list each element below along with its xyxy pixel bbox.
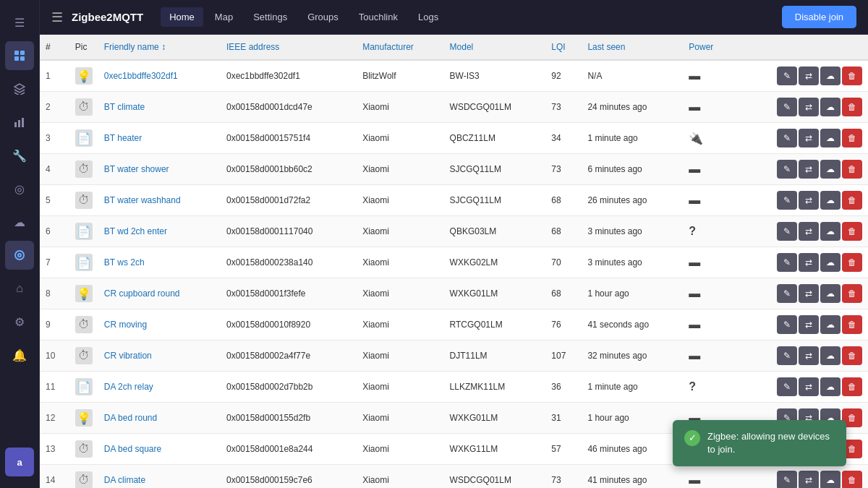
- friendly-name-link[interactable]: BT heater: [104, 133, 142, 143]
- nav-groups[interactable]: Groups: [299, 7, 347, 27]
- friendly-name-link[interactable]: BT water washhand: [104, 195, 181, 205]
- row-friendly-name[interactable]: BT water shower: [98, 154, 221, 185]
- row-friendly-name[interactable]: BT climate: [98, 92, 221, 123]
- zigzag-icon[interactable]: [5, 241, 34, 270]
- nav-settings[interactable]: Settings: [244, 7, 296, 27]
- share-button[interactable]: ⇄: [799, 98, 819, 116]
- grid-icon[interactable]: [5, 41, 34, 70]
- share-button[interactable]: ⇄: [799, 222, 819, 241]
- friendly-name-link[interactable]: CR moving: [104, 320, 147, 330]
- share-button[interactable]: ⇄: [799, 129, 819, 147]
- cloud-button[interactable]: ☁: [820, 346, 841, 365]
- friendly-name-link[interactable]: DA bed square: [104, 444, 161, 454]
- row-friendly-name[interactable]: CR moving: [98, 309, 221, 341]
- ieee-sort[interactable]: IEEE address: [226, 42, 279, 52]
- delete-button[interactable]: 🗑: [842, 253, 862, 272]
- share-button[interactable]: ⇄: [799, 377, 819, 396]
- delete-button[interactable]: 🗑: [842, 346, 862, 365]
- friendly-name-link[interactable]: 0xec1bbdffe302df1: [104, 71, 178, 81]
- cloud-button[interactable]: ☁: [820, 471, 841, 488]
- cloud-button[interactable]: ☁: [820, 315, 841, 334]
- row-friendly-name[interactable]: 0xec1bbdffe302df1: [98, 60, 221, 92]
- col-friendly-name[interactable]: Friendly name ↕: [98, 35, 221, 60]
- cloud-button[interactable]: ☁: [820, 284, 841, 303]
- friendly-name-link[interactable]: BT wd 2ch enter: [104, 226, 167, 236]
- edit-button[interactable]: ✎: [777, 284, 797, 303]
- row-friendly-name[interactable]: DA bed round: [98, 403, 221, 434]
- cloud-button[interactable]: ☁: [820, 129, 841, 147]
- friendly-name-link[interactable]: DA climate: [104, 475, 145, 485]
- cloud-button[interactable]: ☁: [820, 377, 841, 396]
- disable-join-button[interactable]: Disable join: [782, 6, 856, 28]
- cloud-sidebar-icon[interactable]: ☁: [5, 207, 34, 236]
- friendly-name-link[interactable]: BT ws 2ch: [104, 257, 145, 267]
- last-seen-sort[interactable]: Last seen: [587, 42, 625, 52]
- col-last-seen[interactable]: Last seen: [582, 35, 683, 60]
- delete-button[interactable]: 🗑: [842, 98, 862, 116]
- edit-button[interactable]: ✎: [777, 129, 797, 147]
- nav-home[interactable]: Home: [161, 7, 203, 27]
- row-friendly-name[interactable]: BT water washhand: [98, 185, 221, 216]
- cloud-button[interactable]: ☁: [820, 253, 841, 272]
- edit-button[interactable]: ✎: [777, 346, 797, 365]
- friendly-name-link[interactable]: CR vibration: [104, 351, 152, 361]
- col-manufacturer[interactable]: Manufacturer: [357, 35, 443, 60]
- row-friendly-name[interactable]: BT wd 2ch enter: [98, 216, 221, 247]
- col-model[interactable]: Model: [444, 35, 546, 60]
- share-button[interactable]: ⇄: [799, 284, 819, 303]
- wrench-icon[interactable]: 🔧: [5, 141, 34, 170]
- delete-button[interactable]: 🗑: [842, 315, 862, 334]
- friendly-name-link[interactable]: CR cupboard round: [104, 288, 180, 299]
- col-power[interactable]: Power: [683, 35, 733, 60]
- share-button[interactable]: ⇄: [799, 346, 819, 365]
- friendly-name-link[interactable]: BT climate: [104, 102, 145, 112]
- cloud-button[interactable]: ☁: [820, 191, 841, 210]
- model-sort[interactable]: Model: [450, 42, 474, 52]
- col-lqi[interactable]: LQI: [545, 35, 582, 60]
- topnav-menu-icon[interactable]: ☰: [51, 9, 63, 25]
- edit-button[interactable]: ✎: [777, 67, 797, 85]
- delete-button[interactable]: 🗑: [842, 377, 862, 396]
- delete-button[interactable]: 🗑: [842, 284, 862, 303]
- circle-icon[interactable]: ◎: [5, 174, 34, 203]
- row-friendly-name[interactable]: DA 2ch relay: [98, 372, 221, 403]
- edit-button[interactable]: ✎: [777, 222, 797, 241]
- nav-logs[interactable]: Logs: [409, 7, 447, 27]
- row-friendly-name[interactable]: DA bed square: [98, 434, 221, 465]
- menu-icon[interactable]: ☰: [5, 8, 34, 37]
- delete-button[interactable]: 🗑: [842, 222, 862, 241]
- cloud-button[interactable]: ☁: [820, 222, 841, 241]
- gear-icon[interactable]: ⚙: [5, 307, 34, 336]
- power-sort[interactable]: Power: [689, 42, 713, 52]
- friendly-name-link[interactable]: DA bed round: [104, 413, 157, 423]
- share-button[interactable]: ⇄: [799, 191, 819, 210]
- cloud-button[interactable]: ☁: [820, 160, 841, 179]
- friendly-name-link[interactable]: DA 2ch relay: [104, 382, 153, 392]
- delete-button[interactable]: 🗑: [842, 67, 862, 85]
- chart-icon[interactable]: [5, 108, 34, 137]
- share-button[interactable]: ⇄: [799, 471, 819, 488]
- cloud-button[interactable]: ☁: [820, 98, 841, 116]
- edit-button[interactable]: ✎: [777, 377, 797, 396]
- layers-icon[interactable]: [5, 74, 34, 103]
- edit-button[interactable]: ✎: [777, 315, 797, 334]
- share-button[interactable]: ⇄: [799, 253, 819, 272]
- bell-icon[interactable]: 🔔: [5, 341, 34, 369]
- cloud-button[interactable]: ☁: [820, 67, 841, 85]
- edit-button[interactable]: ✎: [777, 98, 797, 116]
- nav-touchlink[interactable]: Touchlink: [350, 7, 407, 27]
- edit-button[interactable]: ✎: [777, 253, 797, 272]
- nav-map[interactable]: Map: [206, 7, 242, 27]
- share-button[interactable]: ⇄: [799, 160, 819, 179]
- row-friendly-name[interactable]: BT heater: [98, 123, 221, 154]
- col-ieee[interactable]: IEEE address: [221, 35, 357, 60]
- row-friendly-name[interactable]: DA climate: [98, 465, 221, 489]
- home-icon[interactable]: ⌂: [5, 274, 34, 303]
- friendly-name-link[interactable]: BT water shower: [104, 164, 169, 174]
- manufacturer-sort[interactable]: Manufacturer: [362, 42, 414, 52]
- friendly-name-sort[interactable]: Friendly name ↕: [104, 42, 166, 52]
- lqi-sort[interactable]: LQI: [551, 42, 565, 52]
- row-friendly-name[interactable]: BT ws 2ch: [98, 247, 221, 278]
- delete-button[interactable]: 🗑: [842, 471, 862, 488]
- delete-button[interactable]: 🗑: [842, 160, 862, 179]
